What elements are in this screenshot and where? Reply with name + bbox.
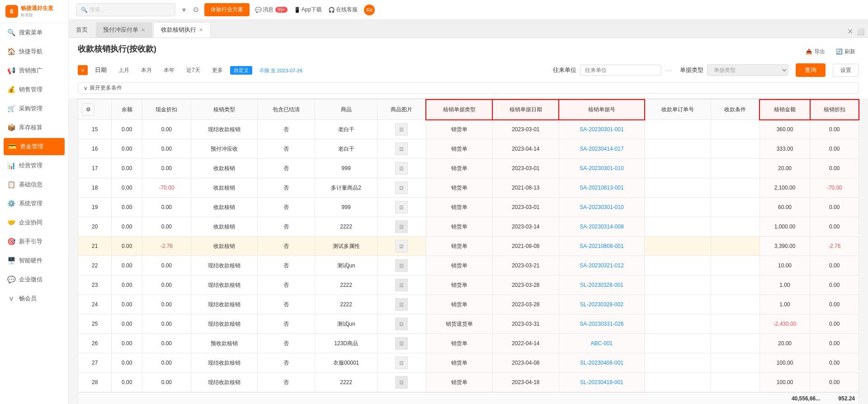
cell-no: 27 (78, 353, 112, 373)
sidebar-nav: 🔍 搜索菜单 🏠 快捷导航 📢 营销推广 💰 销售管理 🛒 采购管理 📦 库存核… (0, 23, 68, 404)
bill-no-link[interactable]: SA-20230301-010 (580, 165, 623, 171)
cell-cash-discount: 0.00 (142, 276, 191, 295)
product-image: 🖼 (395, 279, 408, 291)
tab-home[interactable]: 首页 (69, 22, 95, 38)
counterpart-input[interactable] (580, 65, 661, 76)
user-avatar[interactable]: Rit (364, 5, 375, 15)
cell-bill-no: SA-20210813-001 (559, 178, 644, 198)
bill-no-link[interactable]: SL-20230328-001 (580, 282, 623, 288)
cell-no: 28 (78, 373, 112, 392)
bill-no-link[interactable]: SL-20230408-001 (580, 360, 623, 366)
filter-this-month[interactable]: 本月 (137, 65, 156, 76)
online-service[interactable]: 🎧 在线客服 (328, 6, 358, 14)
filter-this-year[interactable]: 本年 (159, 65, 179, 76)
close-window-icon[interactable]: ✕ (847, 27, 853, 36)
sidebar-item-label: 新手引导 (19, 238, 42, 246)
bill-no-link[interactable]: SA-20210813-001 (580, 185, 623, 191)
sidebar-item-hardware[interactable]: 🖥️ 智能硬件 (0, 251, 68, 270)
cell-bill-date: 2023-03-28 (492, 276, 559, 295)
cell-cash-discount: 0.00 (142, 334, 191, 353)
sidebar-item-finance[interactable]: 💳 资金管理 (4, 138, 65, 155)
bill-no-link[interactable]: ABC-001 (591, 340, 613, 347)
sidebar-item-basic[interactable]: 📋 基础信息 (0, 175, 68, 194)
solution-button[interactable]: 休验行业方案 (204, 3, 250, 16)
notification-area: 💬 消息 99+ 📱 App下载 🎧 在线客服 Rit (255, 5, 375, 15)
footer-discount: 952.24 (838, 395, 855, 402)
cell-order-no (645, 178, 711, 198)
cell-included: 否 (257, 178, 315, 198)
sidebar-item-label: 资金管理 (20, 143, 43, 151)
bill-no-link[interactable]: SA-20230321-012 (580, 262, 623, 269)
sidebar-item-vip[interactable]: V 畅会员 (0, 289, 68, 308)
table-row: 16 0.00 0.00 预付冲应收 否 老白干 🖼 销货单 2023-04-1… (78, 139, 859, 159)
cell-discount: 0.00 (810, 139, 859, 159)
sidebar-item-search[interactable]: 🔍 搜索菜单 (0, 23, 68, 42)
cell-bill-date: 2021-08-13 (492, 178, 559, 198)
cell-type: 现结收款核销 (191, 256, 257, 276)
sidebar-item-wechat[interactable]: 💬 企业微信 (0, 270, 68, 289)
sidebar-item-guide[interactable]: 🎯 新手引导 (0, 232, 68, 251)
sidebar-item-purchase[interactable]: 🛒 采购管理 (0, 99, 68, 118)
filter-last-month[interactable]: 上月 (114, 65, 134, 76)
sidebar-item-inventory[interactable]: 📦 库存核算 (0, 118, 68, 137)
bill-no-link[interactable]: SA-20230414-017 (580, 146, 623, 152)
settings-gear-icon[interactable]: ⚙ (193, 5, 199, 14)
app-download[interactable]: 📱 App下载 (294, 6, 322, 14)
bill-no-link[interactable]: SA-20230331-026 (580, 321, 623, 327)
filter-more[interactable]: 更多 (208, 65, 227, 76)
cell-condition (711, 334, 760, 353)
message-area[interactable]: 💬 消息 99+ (255, 6, 288, 14)
cell-included: 否 (257, 276, 315, 295)
filter-custom-badge[interactable]: 自定义 (230, 66, 252, 75)
purchase-icon: 🛒 (7, 105, 15, 113)
sidebar-item-system[interactable]: ⚙️ 系统管理 (0, 194, 68, 213)
bill-no-link[interactable]: SA-20230301-010 (580, 204, 623, 210)
tab-close-icon[interactable]: ✕ (199, 27, 203, 33)
query-button[interactable]: 查询 (796, 63, 826, 77)
sidebar-item-quick[interactable]: 🏠 快捷导航 (0, 42, 68, 61)
date-range-text: 不限 至 2023-07-26 (259, 67, 302, 74)
bill-type-filter: 单据类型 单据类型 (680, 64, 788, 76)
bill-no-link[interactable]: SL-20230418-001 (580, 379, 623, 385)
cell-amount: 2,100.00 (760, 178, 810, 198)
cell-bill-date: 2023-03-31 (492, 314, 559, 334)
settings-button[interactable]: 设置 (833, 64, 859, 77)
tab-payment[interactable]: 收款核销执行 ✕ (153, 22, 211, 38)
bill-no-link[interactable]: SA-20230314-008 (580, 223, 623, 230)
filter-row-1: » 日期 上月 本月 本年 近7天 更多 自定义 不限 至 2023-07-26 (78, 63, 859, 77)
cell-goods: 衣服00001 (315, 353, 377, 373)
col-bill-type: 核销单据类型 (426, 100, 492, 120)
cell-bill-type: 销货单 (426, 178, 492, 198)
sidebar-item-coop[interactable]: 🤝 企业协同 (0, 213, 68, 232)
bill-no-link[interactable]: SA-20210808-001 (580, 243, 623, 249)
tab-bar-actions: ✕ ⬜ (847, 27, 868, 38)
sidebar-item-marketing[interactable]: 📢 营销推广 (0, 61, 68, 80)
product-image: 🖼 (395, 318, 408, 330)
cell-amount: 60.00 (760, 198, 810, 217)
tab-close-icon[interactable]: ✕ (141, 27, 145, 33)
maximize-icon[interactable]: ⬜ (857, 28, 864, 35)
refresh-button[interactable]: 🔄 刷新 (832, 46, 859, 57)
expand-conditions-btn[interactable]: ∨ 展开更多条件 (78, 82, 859, 94)
cell-img: 🖼 (377, 159, 426, 178)
filter-7days[interactable]: 近7天 (182, 65, 205, 76)
tab-prepay[interactable]: 预付冲应付单 ✕ (96, 22, 152, 38)
message-badge: 99+ (275, 7, 288, 13)
filter-toggle-btn[interactable]: » (78, 65, 88, 75)
column-settings-icon[interactable]: ⚙ (82, 103, 94, 116)
basic-icon: 📋 (7, 181, 15, 189)
cell-img: 🖼 (377, 295, 426, 314)
cell-type: 预付冲应收 (191, 139, 257, 159)
global-search[interactable]: 🔍 搜索... (76, 3, 175, 16)
sidebar-item-sales[interactable]: 💰 销售管理 (0, 80, 68, 99)
page-header: 收款核销执行(按收款) 📤 导出 🔄 刷新 » 日期 (69, 38, 868, 99)
table-row: 19 0.00 0.00 收款核销 否 999 🖼 销货单 2023-03-01… (78, 198, 859, 217)
cell-bill-type: 销货单 (426, 198, 492, 217)
bill-no-link[interactable]: SL-20230328-002 (580, 301, 623, 308)
dropdown-icon[interactable]: ▼ (181, 6, 187, 14)
export-button[interactable]: 📤 导出 (802, 46, 829, 57)
bill-no-link[interactable]: SA-20230301-001 (580, 126, 623, 133)
cell-condition (711, 256, 760, 276)
bill-type-select[interactable]: 单据类型 (707, 64, 788, 76)
sidebar-item-business[interactable]: 📊 经营管理 (0, 156, 68, 175)
